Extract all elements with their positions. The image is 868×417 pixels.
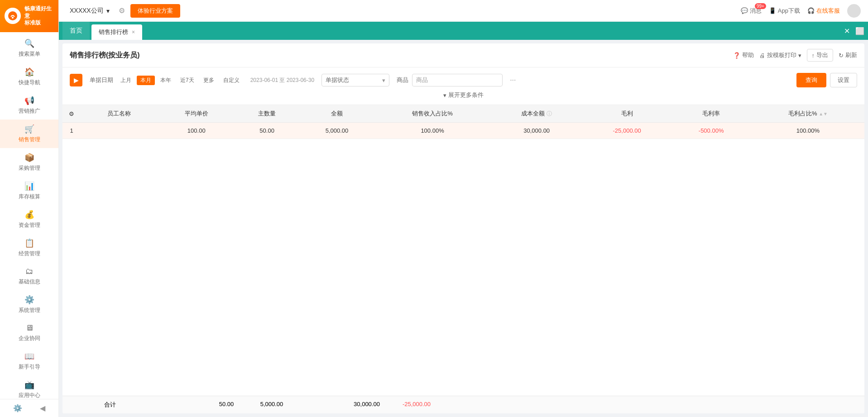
sidebar: 畅康通好生意 标准版 🔍 搜索菜单 🏠 快捷导航 📢 营销推广 🛒 销售管理 📦… bbox=[0, 0, 59, 417]
sidebar-item-app-center[interactable]: 📺 应用中心 bbox=[0, 375, 58, 399]
help-icon: ❓ bbox=[733, 52, 740, 59]
page-content: 销售排行榜(按业务员) ❓ 帮助 🖨 按模板打印 ▾ ↑ 导出 bbox=[59, 40, 868, 417]
message-badge: 99+ bbox=[755, 3, 766, 9]
sidebar-item-system[interactable]: ⚙️ 系统管理 bbox=[0, 290, 58, 319]
tab-close-icon[interactable]: × bbox=[132, 29, 135, 35]
sidebar-item-purchase[interactable]: 📦 采购管理 bbox=[0, 148, 58, 177]
sidebar-nav: 🔍 搜索菜单 🏠 快捷导航 📢 营销推广 🛒 销售管理 📦 采购管理 📊 库存核… bbox=[0, 32, 58, 399]
sidebar-item-label: 库存核算 bbox=[19, 193, 40, 201]
cell-gross-rate: -500.00% bbox=[671, 123, 752, 139]
filter-row-1: ▶ 单据日期 上月 本月 本年 近7天 更多 自定义 2023-06-01 至 … bbox=[70, 73, 857, 87]
sidebar-item-sales[interactable]: 🛒 销售管理 bbox=[0, 120, 58, 148]
more-filters-icon[interactable]: ··· bbox=[510, 76, 516, 84]
gear-icon[interactable]: ⚙ bbox=[119, 6, 125, 15]
query-button[interactable]: 查询 bbox=[796, 73, 826, 87]
trial-button[interactable]: 体验行业方案 bbox=[130, 4, 180, 18]
date-btn-more[interactable]: 更多 bbox=[200, 76, 218, 85]
settings-bottom-icon[interactable]: ⚙️ bbox=[13, 404, 22, 412]
company-selector[interactable]: XXXXX公司 ▾ bbox=[66, 5, 113, 17]
footer-avg-price bbox=[158, 401, 204, 409]
goods-filter[interactable]: 商品 bbox=[412, 74, 503, 86]
sidebar-item-label: 基础信息 bbox=[19, 278, 40, 286]
expand-more-button[interactable]: ▾ 展开更多条件 bbox=[70, 91, 857, 99]
message-button[interactable]: 💬 消息 99+ bbox=[741, 7, 762, 15]
sort-icon[interactable]: ▲▼ bbox=[819, 111, 828, 116]
sidebar-item-label: 新手引导 bbox=[19, 363, 40, 371]
sales-icon: 🛒 bbox=[24, 124, 34, 134]
date-btn-last-month[interactable]: 上月 bbox=[117, 76, 135, 85]
table-header-row: ⚙ 员工名称 平均单价 主数量 bbox=[62, 105, 864, 123]
help-button[interactable]: ❓ 帮助 bbox=[733, 51, 754, 59]
cost-info-icon[interactable]: ⓘ bbox=[547, 110, 552, 117]
sidebar-item-enterprise[interactable]: 🖥 企业协同 bbox=[0, 319, 58, 347]
cell-quantity: 50.00 bbox=[235, 123, 299, 139]
close-window-icon[interactable]: ✕ bbox=[844, 27, 850, 35]
refresh-button[interactable]: ↻ 刷新 bbox=[839, 51, 857, 59]
online-service-button[interactable]: 🎧 在线客服 bbox=[807, 7, 840, 15]
maximize-icon[interactable]: ⬜ bbox=[855, 27, 864, 35]
tab-sales-ranking[interactable]: 销售排行榜 × bbox=[91, 24, 142, 40]
date-btn-custom[interactable]: 自定义 bbox=[220, 76, 243, 85]
inventory-icon: 📊 bbox=[24, 181, 34, 191]
app-download-button[interactable]: 📱 App下载 bbox=[769, 7, 800, 15]
date-btn-this-month[interactable]: 本月 bbox=[137, 76, 155, 85]
logo-icon bbox=[5, 8, 21, 24]
table-footer: 合计 50.00 5,000.00 30,000.00 -25,000.00 bbox=[62, 396, 864, 413]
sidebar-item-operations[interactable]: 📋 经营管理 bbox=[0, 234, 58, 262]
page-header: 销售排行榜(按业务员) ❓ 帮助 🖨 按模板打印 ▾ ↑ 导出 bbox=[62, 43, 864, 67]
newbie-icon: 📖 bbox=[24, 351, 34, 361]
table-area: ⚙ 员工名称 平均单价 主数量 bbox=[62, 105, 864, 396]
table-settings-icon[interactable]: ⚙ bbox=[69, 110, 74, 117]
sidebar-item-marketing[interactable]: 📢 营销推广 bbox=[0, 91, 58, 120]
date-btn-this-year[interactable]: 本年 bbox=[157, 76, 175, 85]
status-chevron-icon: ▾ bbox=[382, 77, 385, 84]
goods-filter-group: 商品 商品 bbox=[397, 74, 503, 86]
chevron-down-icon: ▾ bbox=[106, 7, 110, 14]
sidebar-item-label: 快捷导航 bbox=[19, 79, 40, 86]
sidebar-item-finance[interactable]: 💰 资金管理 bbox=[0, 205, 58, 234]
cell-avg-price: 100.00 bbox=[158, 123, 235, 139]
cell-amount: 5,000.00 bbox=[299, 123, 374, 139]
print-icon: 🖨 bbox=[759, 52, 765, 59]
user-avatar[interactable] bbox=[847, 4, 861, 18]
cell-rank: 1 bbox=[62, 123, 81, 139]
sidebar-item-label: 系统管理 bbox=[19, 307, 40, 314]
sidebar-item-shortcut[interactable]: 🏠 快捷导航 bbox=[0, 62, 58, 91]
footer-gross-rate bbox=[439, 401, 484, 409]
sidebar-item-label: 经营管理 bbox=[19, 250, 40, 258]
sidebar-bottom: ⚙️ ◀ bbox=[0, 399, 58, 417]
export-button[interactable]: ↑ 导出 bbox=[807, 49, 834, 62]
table-row: 1 100.00 50.00 bbox=[62, 123, 864, 139]
sidebar-item-inventory[interactable]: 📊 库存核算 bbox=[0, 177, 58, 205]
status-filter[interactable]: 单据状态 ▾ bbox=[321, 74, 389, 86]
finance-icon: 💰 bbox=[24, 210, 34, 220]
footer-cost: 30,000.00 bbox=[340, 401, 394, 409]
main-area: XXXXX公司 ▾ ⚙ 体验行业方案 💬 消息 99+ 📱 App下载 🎧 在线… bbox=[59, 0, 868, 417]
col-gross: 毛利 bbox=[583, 105, 671, 123]
sidebar-item-label: 企业协同 bbox=[19, 335, 40, 342]
goods-placeholder: 商品 bbox=[416, 76, 428, 84]
tab-label: 销售排行榜 bbox=[99, 28, 128, 36]
refresh-icon: ↻ bbox=[839, 52, 844, 59]
filter-toggle[interactable]: ▶ bbox=[70, 74, 82, 86]
col-cost: 成本全额 ⓘ bbox=[490, 105, 583, 123]
tab-home[interactable]: 首页 bbox=[62, 22, 90, 40]
svg-point-1 bbox=[12, 17, 14, 19]
col-gross-rate: 毛利率 bbox=[671, 105, 752, 123]
sidebar-item-search[interactable]: 🔍 搜索菜单 bbox=[0, 34, 58, 62]
home-icon: 🏠 bbox=[24, 67, 34, 77]
column-settings-button[interactable]: 设置 bbox=[830, 73, 857, 87]
print-button[interactable]: 🖨 按模板打印 ▾ bbox=[759, 51, 801, 59]
filter-area: ▶ 单据日期 上月 本月 本年 近7天 更多 自定义 2023-06-01 至 … bbox=[62, 67, 864, 105]
sidebar-item-basics[interactable]: 🗂 基础信息 bbox=[0, 262, 58, 290]
sidebar-item-newbie[interactable]: 📖 新手引导 bbox=[0, 347, 58, 375]
date-range-text: 2023-06-01 至 2023-06-30 bbox=[250, 77, 314, 84]
page-title: 销售排行榜(按业务员) bbox=[70, 51, 733, 60]
date-filter-group: 上月 本月 本年 近7天 更多 自定义 bbox=[117, 76, 243, 85]
collapse-sidebar-icon[interactable]: ◀ bbox=[40, 404, 45, 412]
col-revenue-pct: 销售收入占比% bbox=[375, 105, 490, 123]
company-name: XXXXX公司 bbox=[70, 7, 104, 15]
date-btn-7days[interactable]: 近7天 bbox=[177, 76, 198, 85]
enterprise-icon: 🖥 bbox=[25, 323, 34, 333]
search-icon: 🔍 bbox=[24, 38, 34, 48]
